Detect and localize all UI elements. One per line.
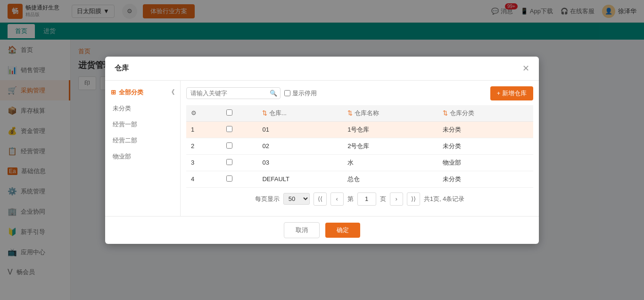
row-index: 3 [186,154,222,171]
row-category: 物业部 [438,154,533,171]
warehouse-modal: 仓库 ✕ ⊞ 全部分类 《 未分类 经营一部 经营二部 物业部 [105,57,539,244]
cancel-button[interactable]: 取消 [284,222,320,238]
row-checkbox [222,138,258,154]
col-category-header: ⇅ 仓库分类 [438,105,533,122]
search-input[interactable] [190,90,270,97]
per-page-select[interactable]: 50 100 [283,193,310,205]
modal-title: 仓库 [115,64,129,73]
row-select-checkbox[interactable] [226,142,232,149]
prev-page-button[interactable]: ‹ [330,192,344,206]
col-name-header: ⇅ 仓库名称 [343,105,438,122]
modal-header: 仓库 ✕ [105,57,539,81]
cat-item-property[interactable]: 物业部 [105,149,180,165]
row-index: 4 [186,171,222,187]
row-index: 1 [186,121,222,138]
last-page-button[interactable]: ⟩⟩ [407,192,420,206]
page-input[interactable] [357,192,376,206]
modal-footer: 取消 确定 [105,216,539,244]
table-area: 🔍 显示停用 + 新增仓库 ⚙ [181,81,539,216]
row-code: 01 [257,121,343,138]
collapse-icon[interactable]: 《 [168,88,174,97]
confirm-button[interactable]: 确定 [325,223,360,238]
row-checkbox [222,121,258,138]
cat-item-ops1[interactable]: 经营一部 [105,117,180,133]
table-row[interactable]: 4 DEFAULT 总仓 未分类 [186,171,533,187]
row-category: 未分类 [438,121,533,138]
modal-close-button[interactable]: ✕ [522,63,529,74]
modal-body: ⊞ 全部分类 《 未分类 经营一部 经营二部 物业部 🔍 [105,81,539,216]
row-select-checkbox[interactable] [226,159,232,165]
modal-overlay: 仓库 ✕ ⊞ 全部分类 《 未分类 经营一部 经营二部 物业部 [0,0,644,300]
search-wrapper: 🔍 [186,87,281,99]
row-category: 未分类 [438,171,533,187]
table-row[interactable]: 1 01 1号仓库 未分类 [186,121,533,138]
col-checkbox [222,105,258,122]
pagination: 每页显示 50 100 ⟨⟨ ‹ 第 页 › ⟩⟩ 共1页, 4条记录 [186,188,533,210]
select-all-checkbox[interactable] [226,109,232,116]
warehouse-table: ⚙ ⇅ 仓库... ⇅ 仓库名称 [186,105,533,188]
table-row[interactable]: 3 03 水 物业部 [186,154,533,171]
show-disabled-checkbox[interactable] [284,90,290,96]
table-row[interactable]: 2 02 2号仓库 未分类 [186,138,533,154]
col-settings-icon: ⚙ [191,109,197,117]
page-label: 第 [347,195,354,203]
sort-icon-3: ⇅ [443,109,448,117]
row-name: 1号仓库 [343,121,438,138]
page-suffix: 页 [380,195,386,203]
col-code-header: ⇅ 仓库... [257,105,343,122]
total-info: 共1页, 4条记录 [424,195,465,203]
row-code: 03 [257,154,343,171]
sort-icon-2: ⇅ [347,109,353,117]
row-code: DEFAULT [257,171,343,187]
add-warehouse-button[interactable]: + 新增仓库 [490,86,533,100]
all-categories[interactable]: ⊞ 全部分类 《 [105,84,180,100]
row-checkbox [222,171,258,187]
show-disabled-label: 显示停用 [284,89,317,98]
grid-icon: ⊞ [111,89,116,96]
table-header-row: ⚙ ⇅ 仓库... ⇅ 仓库名称 [186,105,533,122]
row-index: 2 [186,138,222,154]
sort-icon: ⇅ [262,109,267,117]
row-checkbox [222,154,258,171]
next-page-button[interactable]: › [390,192,403,206]
per-page-label: 每页显示 [255,195,280,203]
cat-item-ops2[interactable]: 经营二部 [105,133,180,149]
table-toolbar: 🔍 显示停用 + 新增仓库 [186,86,533,100]
row-name: 2号仓库 [343,138,438,154]
table-scroll: ⚙ ⇅ 仓库... ⇅ 仓库名称 [186,105,533,188]
cat-item-unclassified[interactable]: 未分类 [105,100,180,117]
show-disabled-text: 显示停用 [292,89,317,98]
search-icon: 🔍 [270,90,277,97]
first-page-button[interactable]: ⟨⟨ [314,192,327,206]
row-code: 02 [257,138,343,154]
category-sidebar: ⊞ 全部分类 《 未分类 经营一部 经营二部 物业部 [105,81,181,216]
row-name: 水 [343,154,438,171]
row-category: 未分类 [438,138,533,154]
row-select-checkbox[interactable] [226,175,232,182]
row-select-checkbox[interactable] [226,126,232,132]
row-name: 总仓 [343,171,438,187]
col-settings: ⚙ [186,105,222,122]
all-categories-label: 全部分类 [119,88,143,97]
